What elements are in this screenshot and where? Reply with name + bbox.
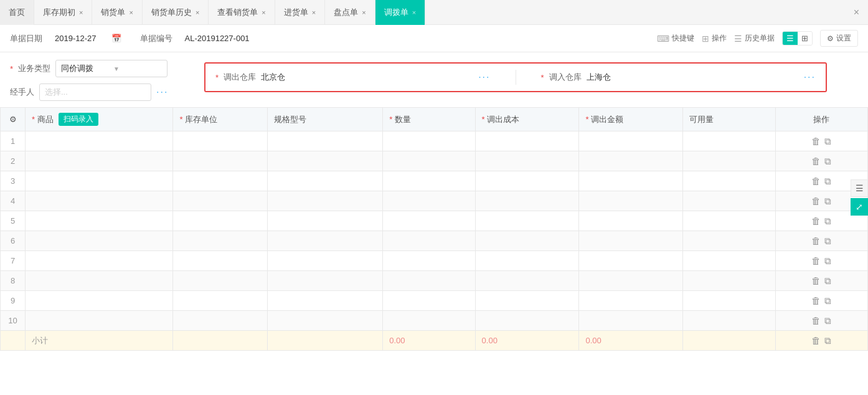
row-4-product[interactable] xyxy=(26,191,173,211)
row-11-spec[interactable] xyxy=(267,331,382,351)
agent-more-button[interactable]: ··· xyxy=(156,87,168,98)
row-4-cost[interactable] xyxy=(475,191,579,211)
row-11-amount[interactable]: 0.00 xyxy=(579,331,683,351)
row-7-available[interactable] xyxy=(683,251,775,271)
row-7-product[interactable] xyxy=(26,251,173,271)
row-5-product[interactable] xyxy=(26,211,173,231)
row-2-unit[interactable] xyxy=(173,151,267,171)
row-5-unit[interactable] xyxy=(173,211,267,231)
tab-view-sales[interactable]: 查看销货单 × xyxy=(209,0,275,25)
row-6-available[interactable] xyxy=(683,231,775,251)
row-10-spec[interactable] xyxy=(267,311,382,331)
tab-view-sales-close[interactable]: × xyxy=(262,9,265,16)
row-11-unit[interactable] xyxy=(173,331,267,351)
row-9-cost[interactable] xyxy=(475,291,579,311)
tab-purchase-order[interactable]: 进货单 × xyxy=(275,0,325,25)
tab-home[interactable]: 首页 xyxy=(0,0,34,25)
row-5-spec[interactable] xyxy=(267,211,382,231)
float-list-button[interactable]: ☰ xyxy=(851,179,868,197)
row-11-product[interactable]: 小计 xyxy=(26,331,173,351)
row-5-cost[interactable] xyxy=(475,211,579,231)
row-6-qty[interactable] xyxy=(383,231,475,251)
row-4-amount[interactable] xyxy=(579,191,683,211)
row-8-product[interactable] xyxy=(26,271,173,291)
row-3-amount[interactable] xyxy=(579,171,683,191)
row-1-product[interactable] xyxy=(26,131,173,151)
row-10-cost[interactable] xyxy=(475,311,579,331)
row-11-copy-icon[interactable]: ⧉ xyxy=(824,335,831,346)
row-8-qty[interactable] xyxy=(383,271,475,291)
row-5-delete-icon[interactable]: 🗑 xyxy=(811,216,821,227)
calendar-icon[interactable]: 📅 xyxy=(111,34,121,43)
float-expand-button[interactable]: ⤢ xyxy=(851,198,868,216)
row-5-amount[interactable] xyxy=(579,211,683,231)
row-8-cost[interactable] xyxy=(475,271,579,291)
row-10-amount[interactable] xyxy=(579,311,683,331)
tab-inventory-init-close[interactable]: × xyxy=(79,9,83,16)
row-3-available[interactable] xyxy=(683,171,775,191)
list-view-button[interactable]: ☰ xyxy=(783,32,798,45)
row-1-delete-icon[interactable]: 🗑 xyxy=(811,136,821,147)
row-3-copy-icon[interactable]: ⧉ xyxy=(824,176,831,187)
row-9-copy-icon[interactable]: ⧉ xyxy=(824,295,831,307)
row-11-delete-icon[interactable]: 🗑 xyxy=(811,335,821,346)
row-9-qty[interactable] xyxy=(383,291,475,311)
row-4-unit[interactable] xyxy=(173,191,267,211)
row-2-copy-icon[interactable]: ⧉ xyxy=(824,156,831,167)
row-8-copy-icon[interactable]: ⧉ xyxy=(824,275,831,287)
row-5-available[interactable] xyxy=(683,211,775,231)
row-2-amount[interactable] xyxy=(579,151,683,171)
settings-button[interactable]: ⚙ 设置 xyxy=(820,30,858,47)
row-6-amount[interactable] xyxy=(579,231,683,251)
row-1-amount[interactable] xyxy=(579,131,683,151)
row-7-copy-icon[interactable]: ⧉ xyxy=(824,255,831,267)
tab-sales-order-close[interactable]: × xyxy=(129,9,133,16)
row-11-available[interactable] xyxy=(683,331,775,351)
row-3-qty[interactable] xyxy=(383,171,475,191)
row-10-unit[interactable] xyxy=(173,311,267,331)
row-2-cost[interactable] xyxy=(475,151,579,171)
row-7-spec[interactable] xyxy=(267,251,382,271)
row-7-cost[interactable] xyxy=(475,251,579,271)
shortcuts-button[interactable]: ⌨ 快捷键 xyxy=(657,33,694,44)
row-1-spec[interactable] xyxy=(267,131,382,151)
row-9-amount[interactable] xyxy=(579,291,683,311)
warehouse-out-more-button[interactable]: ··· xyxy=(478,72,490,83)
row-9-product[interactable] xyxy=(26,291,173,311)
row-6-copy-icon[interactable]: ⧉ xyxy=(824,236,831,247)
tab-sales-history-close[interactable]: × xyxy=(196,9,199,16)
row-2-qty[interactable] xyxy=(383,151,475,171)
row-4-qty[interactable] xyxy=(383,191,475,211)
row-4-copy-icon[interactable]: ⧉ xyxy=(824,196,831,207)
row-1-available[interactable] xyxy=(683,131,775,151)
row-6-unit[interactable] xyxy=(173,231,267,251)
grid-view-button[interactable]: ⊞ xyxy=(798,32,812,45)
row-8-amount[interactable] xyxy=(579,271,683,291)
row-8-available[interactable] xyxy=(683,271,775,291)
row-10-product[interactable] xyxy=(26,311,173,331)
row-9-unit[interactable] xyxy=(173,291,267,311)
row-5-qty[interactable] xyxy=(383,211,475,231)
row-8-unit[interactable] xyxy=(173,271,267,291)
row-1-qty[interactable] xyxy=(383,131,475,151)
row-6-product[interactable] xyxy=(26,231,173,251)
row-5-copy-icon[interactable]: ⧉ xyxy=(824,216,831,227)
window-close-button[interactable]: × xyxy=(845,7,868,18)
row-8-delete-icon[interactable]: 🗑 xyxy=(811,275,821,287)
row-1-unit[interactable] xyxy=(173,131,267,151)
row-3-cost[interactable] xyxy=(475,171,579,191)
row-2-spec[interactable] xyxy=(267,151,382,171)
row-3-spec[interactable] xyxy=(267,171,382,191)
row-2-product[interactable] xyxy=(26,151,173,171)
row-4-spec[interactable] xyxy=(267,191,382,211)
tab-sales-order[interactable]: 销货单 × xyxy=(92,0,142,25)
row-7-qty[interactable] xyxy=(383,251,475,271)
row-2-available[interactable] xyxy=(683,151,775,171)
row-11-cost[interactable]: 0.00 xyxy=(475,331,579,351)
row-10-available[interactable] xyxy=(683,311,775,331)
row-6-spec[interactable] xyxy=(267,231,382,251)
row-2-delete-icon[interactable]: 🗑 xyxy=(811,156,821,167)
row-4-available[interactable] xyxy=(683,191,775,211)
actions-button[interactable]: ⊞ 操作 xyxy=(702,33,727,44)
row-11-qty[interactable]: 0.00 xyxy=(383,331,475,351)
